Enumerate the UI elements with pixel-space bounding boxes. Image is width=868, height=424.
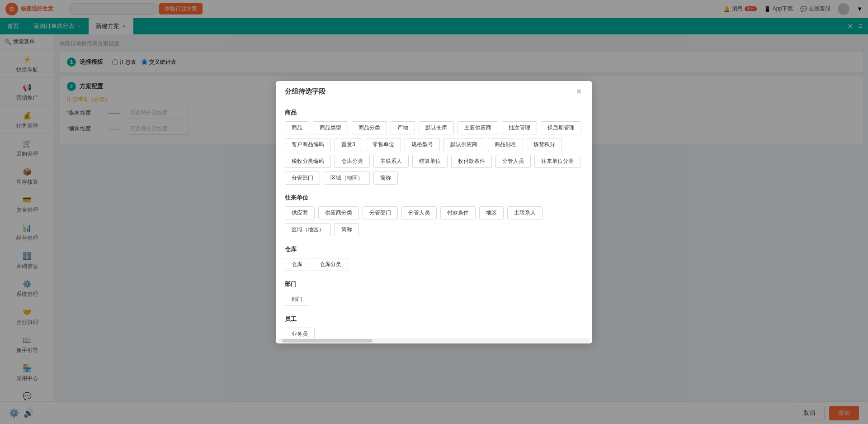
tag-partner-dept[interactable]: 分管部门 — [363, 206, 398, 219]
tag-supplier-category[interactable]: 供应商分类 — [318, 206, 359, 219]
tag-partner-abbr[interactable]: 简称 — [335, 223, 359, 236]
section-product-title: 商品 — [285, 109, 583, 117]
tag-settlement-unit[interactable]: 结算单位 — [412, 155, 448, 168]
tag-default-supplier[interactable]: 默认供应商 — [443, 138, 484, 151]
tag-partner-supervisor[interactable]: 分管人员 — [401, 206, 437, 219]
tag-customer-code[interactable]: 客户商品编码 — [285, 138, 331, 151]
section-employee-tags: 业务员 — [285, 328, 583, 338]
section-warehouse-tags: 仓库 仓库分类 — [285, 258, 583, 271]
hscroll-track — [278, 339, 590, 343]
tag-warehouse-cat[interactable]: 仓库分类 — [313, 258, 348, 271]
field-select-modal: 分组待选字段 ✕ 商品 商品 商品类型 商品分类 产地 默认仓库 主要供应商 批… — [276, 81, 592, 343]
modal-title: 分组待选字段 — [285, 87, 326, 96]
tag-product-type[interactable]: 商品类型 — [313, 121, 348, 134]
tag-warehouse[interactable]: 仓库 — [285, 258, 309, 271]
section-product-tags: 商品 商品类型 商品分类 产地 默认仓库 主要供应商 批次管理 保质期管理 客户… — [285, 121, 583, 185]
section-partner-tags: 供应商 供应商分类 分管部门 分管人员 付款条件 地区 主联系人 区域（地区） … — [285, 206, 583, 236]
tag-shelf-life[interactable]: 保质期管理 — [541, 121, 581, 134]
modal-header: 分组待选字段 ✕ — [276, 81, 592, 101]
tag-main-supplier[interactable]: 主要供应商 — [458, 121, 498, 134]
section-dept-tags: 部门 — [285, 293, 583, 306]
modal-close-button[interactable]: ✕ — [574, 87, 583, 96]
tag-dept[interactable]: 部门 — [285, 293, 309, 306]
section-partner-title: 往来单位 — [285, 194, 583, 202]
section-warehouse: 仓库 仓库 仓库分类 — [285, 245, 583, 271]
tag-main-contact[interactable]: 主联系人 — [373, 155, 409, 168]
tag-short-name[interactable]: 简称 — [373, 172, 398, 185]
tag-product-alias[interactable]: 商品别名 — [488, 138, 523, 151]
section-dept-title: 部门 — [285, 280, 583, 288]
tag-default-warehouse[interactable]: 默认仓库 — [419, 121, 454, 134]
tag-partner-category[interactable]: 往来单位分类 — [534, 155, 580, 168]
tag-partner-region[interactable]: 区域（地区） — [285, 223, 331, 236]
hscroll-thumb — [282, 339, 373, 343]
tag-spec-model[interactable]: 规格型号 — [405, 138, 440, 151]
tag-weight3[interactable]: 重量3 — [335, 138, 362, 151]
tag-region[interactable]: 区域（地区） — [324, 172, 370, 185]
section-employee-title: 员工 — [285, 315, 583, 323]
tag-refine-points[interactable]: 炼货积分 — [527, 138, 562, 151]
tag-product[interactable]: 商品 — [285, 121, 309, 134]
tag-area[interactable]: 地区 — [479, 206, 504, 219]
tag-partner-contact[interactable]: 主联系人 — [507, 206, 542, 219]
modal-body: 商品 商品 商品类型 商品分类 产地 默认仓库 主要供应商 批次管理 保质期管理… — [276, 101, 592, 338]
tag-tax-code[interactable]: 税收分类编码 — [285, 155, 331, 168]
tag-dept-managed[interactable]: 分管部门 — [285, 172, 320, 185]
tag-warehouse-category[interactable]: 仓库分类 — [335, 155, 370, 168]
section-dept: 部门 部门 — [285, 280, 583, 306]
tag-supervisor[interactable]: 分管人员 — [495, 155, 531, 168]
section-product: 商品 商品 商品类型 商品分类 产地 默认仓库 主要供应商 批次管理 保质期管理… — [285, 109, 583, 185]
section-partner: 往来单位 供应商 供应商分类 分管部门 分管人员 付款条件 地区 主联系人 区域… — [285, 194, 583, 236]
tag-salesperson[interactable]: 业务员 — [285, 328, 315, 338]
tag-product-category[interactable]: 商品分类 — [352, 121, 387, 134]
modal-hscroll[interactable] — [276, 338, 592, 343]
section-employee: 员工 业务员 — [285, 315, 583, 338]
tag-supplier[interactable]: 供应商 — [285, 206, 315, 219]
section-warehouse-title: 仓库 — [285, 245, 583, 253]
tag-payment-terms[interactable]: 收付款条件 — [451, 155, 492, 168]
tag-origin[interactable]: 产地 — [391, 121, 415, 134]
tag-batch-management[interactable]: 批次管理 — [502, 121, 537, 134]
tag-retail-unit[interactable]: 零售单位 — [366, 138, 401, 151]
tag-payment-condition[interactable]: 付款条件 — [440, 206, 476, 219]
